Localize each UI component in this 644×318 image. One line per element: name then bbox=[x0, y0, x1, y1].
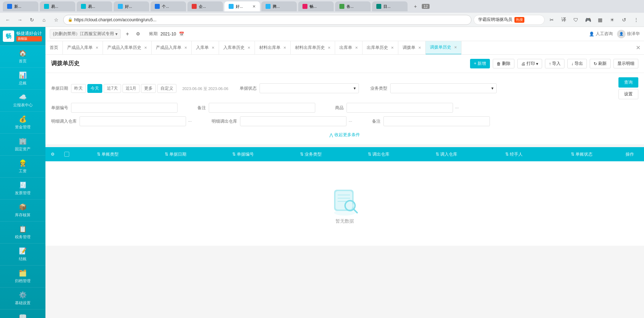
extension-btn-2[interactable]: 译 bbox=[559, 15, 569, 25]
page-tab-1[interactable]: 产成品入库单 ✕ bbox=[63, 41, 103, 55]
sidebar-item-ledger[interactable]: 📊 总账 bbox=[0, 68, 45, 90]
tab-4-close[interactable]: ✕ bbox=[212, 46, 214, 50]
browser-tab-8[interactable]: 畅... bbox=[298, 1, 334, 11]
th-out-warehouse[interactable]: ⇅ 调出仓库 bbox=[345, 151, 413, 157]
page-tab-4[interactable]: 入库单 ✕ bbox=[192, 41, 219, 55]
refresh-page-button[interactable]: ↻ 刷新 bbox=[590, 59, 611, 68]
display-detail-button[interactable]: 显示明细 bbox=[613, 59, 638, 68]
date-btn-7days[interactable]: 近7天 bbox=[104, 84, 121, 93]
sidebar-item-settings[interactable]: ⚙️ 基础设置 bbox=[0, 288, 45, 309]
delete-button[interactable]: 🗑 删除 bbox=[493, 59, 514, 68]
collapse-button[interactable]: ⋀ 收起更多条件 bbox=[51, 130, 638, 140]
add-company-button[interactable]: + bbox=[124, 30, 131, 38]
date-btn-today[interactable]: 今天 bbox=[87, 84, 102, 93]
detail-in-more-button[interactable]: ··· bbox=[188, 119, 192, 124]
tab-10-close[interactable]: ✕ bbox=[418, 46, 421, 50]
sidebar-item-tutorial[interactable]: 📖 新手引导 bbox=[0, 309, 45, 318]
browser-tab-6-close[interactable]: ✕ bbox=[252, 4, 256, 9]
customer-service[interactable]: 👤 人工咨询 bbox=[589, 31, 613, 37]
query-button[interactable]: 查询 bbox=[618, 77, 638, 88]
extension-btn-5[interactable]: ▦ bbox=[595, 15, 605, 25]
th-status[interactable]: ⇅ 单账状态 bbox=[548, 151, 616, 157]
select-all-checkbox[interactable] bbox=[64, 152, 69, 157]
tab-2-close[interactable]: ✕ bbox=[144, 46, 147, 50]
page-tab-6[interactable]: 材料出库单 ✕ bbox=[255, 41, 291, 55]
detail-remark-input[interactable] bbox=[383, 116, 490, 126]
tab-6-close[interactable]: ✕ bbox=[283, 46, 286, 50]
sidebar-item-cloud-report[interactable]: ☁️ 云报表中心 bbox=[0, 90, 45, 112]
sidebar-item-fixed-assets[interactable]: 🏢 固定资产 bbox=[0, 134, 45, 156]
page-tab-10[interactable]: 调拨单 ✕ bbox=[398, 41, 426, 55]
sidebar-item-inventory[interactable]: 📦 库存核算 bbox=[0, 200, 45, 222]
detail-out-more-button[interactable]: ··· bbox=[349, 119, 352, 124]
browser-tab-1[interactable]: 易... bbox=[40, 1, 75, 11]
sidebar-item-tax[interactable]: 📋 税务管理 bbox=[0, 222, 45, 244]
extension-btn-1[interactable]: ✂ bbox=[547, 15, 557, 25]
th-doc-type[interactable]: ⇅ 单账类型 bbox=[74, 151, 142, 157]
browser-tab-0[interactable]: 新... bbox=[3, 1, 38, 11]
th-gear[interactable]: ⚙ bbox=[45, 152, 60, 157]
export-button[interactable]: ↓ 导出 bbox=[567, 59, 587, 68]
calendar-icon[interactable]: 📅 bbox=[179, 32, 184, 37]
browser-search-bar[interactable]: 学霸应聘场驱鸟员 热搜 bbox=[474, 15, 545, 25]
th-in-warehouse[interactable]: ⇅ 调入仓库 bbox=[413, 151, 480, 157]
sidebar-item-fund[interactable]: 💰 资金管理 bbox=[0, 112, 45, 134]
tab-1-close[interactable]: ✕ bbox=[95, 46, 98, 50]
refresh-button[interactable]: ↻ bbox=[27, 15, 37, 25]
new-doc-button[interactable]: + 新增 bbox=[470, 59, 490, 68]
date-btn-custom[interactable]: 自定义 bbox=[157, 84, 176, 93]
goods-input[interactable] bbox=[346, 103, 453, 113]
page-tab-home[interactable]: 首页 bbox=[45, 41, 63, 55]
browser-tab-5[interactable]: 企... bbox=[187, 1, 223, 11]
period-value[interactable]: 2021-10 bbox=[160, 32, 176, 37]
tab-8-close[interactable]: ✕ bbox=[355, 46, 358, 50]
th-doc-date[interactable]: ⇅ 单据日期 bbox=[142, 151, 209, 157]
tab-9-close[interactable]: ✕ bbox=[391, 46, 394, 50]
undo-button[interactable]: ↺ bbox=[619, 15, 629, 25]
tab-5-close[interactable]: ✕ bbox=[247, 46, 250, 50]
browser-tab-6[interactable]: 好... ✕ bbox=[224, 1, 260, 11]
date-btn-1month[interactable]: 近1月 bbox=[122, 84, 140, 93]
bookmark-button[interactable]: ☆ bbox=[51, 15, 61, 25]
home-button[interactable]: ⌂ bbox=[39, 15, 49, 25]
tab-11-close[interactable]: ✕ bbox=[454, 45, 457, 49]
address-bar[interactable]: 🔒 https://cloud.chanjet.com/accounting/u… bbox=[63, 15, 471, 25]
print-button[interactable]: 🖨 打印 ▾ bbox=[517, 59, 542, 68]
close-all-tabs-button[interactable]: ✕ bbox=[632, 44, 644, 51]
user-profile[interactable]: 👤 徐泽华 bbox=[617, 30, 640, 38]
browser-tab-4[interactable]: 个... bbox=[151, 1, 186, 11]
date-btn-yesterday[interactable]: 昨天 bbox=[71, 84, 86, 93]
import-button[interactable]: ↑ 导入 bbox=[545, 59, 564, 68]
goods-more-button[interactable]: ··· bbox=[455, 105, 459, 110]
doc-number-input[interactable] bbox=[71, 103, 178, 113]
page-tab-3[interactable]: 产成品入库单 ✕ bbox=[152, 41, 192, 55]
tab-3-close[interactable]: ✕ bbox=[184, 46, 187, 50]
page-tab-11[interactable]: 调拨单历史 ✕ bbox=[426, 41, 462, 55]
browser-tab-9[interactable]: 各... bbox=[335, 1, 371, 11]
status-select[interactable]: ▾ bbox=[260, 83, 359, 93]
th-handler[interactable]: ⇅ 经手人 bbox=[480, 151, 548, 157]
sidebar-item-archive[interactable]: 🗂️ 归档管理 bbox=[0, 266, 45, 288]
th-biz-type[interactable]: ⇅ 业务类型 bbox=[277, 151, 345, 157]
sidebar-item-salary[interactable]: 👷 工资 bbox=[0, 156, 45, 178]
page-tab-7[interactable]: 材料出库单历史 ✕ bbox=[291, 41, 335, 55]
forward-button[interactable]: → bbox=[15, 15, 25, 25]
detail-in-warehouse-input[interactable] bbox=[80, 116, 186, 126]
extension-btn-6[interactable]: ☀ bbox=[607, 15, 617, 25]
browser-tab-3[interactable]: 好... bbox=[114, 1, 149, 11]
page-tab-9[interactable]: 出库单历史 ✕ bbox=[362, 41, 398, 55]
company-settings-button[interactable]: ⚙ bbox=[134, 30, 142, 38]
browser-tab-2[interactable]: 易... bbox=[77, 1, 112, 11]
browser-tab-10[interactable]: 目... bbox=[372, 1, 408, 11]
biz-type-select[interactable]: ▾ bbox=[390, 83, 497, 93]
sidebar-item-home[interactable]: 🏠 首页 bbox=[0, 46, 45, 68]
th-doc-number[interactable]: ⇅ 单据编号 bbox=[209, 151, 277, 157]
company-selector[interactable]: (勿删勿禁用）江西服宝测试专用 ▾ bbox=[50, 29, 121, 39]
sidebar-item-invoice[interactable]: 🧾 发票管理 bbox=[0, 178, 45, 200]
sidebar-item-close-accounts[interactable]: 📝 结账 bbox=[0, 244, 45, 266]
date-btn-more[interactable]: 更多 bbox=[141, 84, 156, 93]
back-button[interactable]: ← bbox=[3, 15, 13, 25]
extension-btn-3[interactable]: 🛡 bbox=[571, 15, 581, 25]
tab-7-close[interactable]: ✕ bbox=[328, 46, 331, 50]
page-tab-2[interactable]: 产成品入库单历史 ✕ bbox=[103, 41, 152, 55]
